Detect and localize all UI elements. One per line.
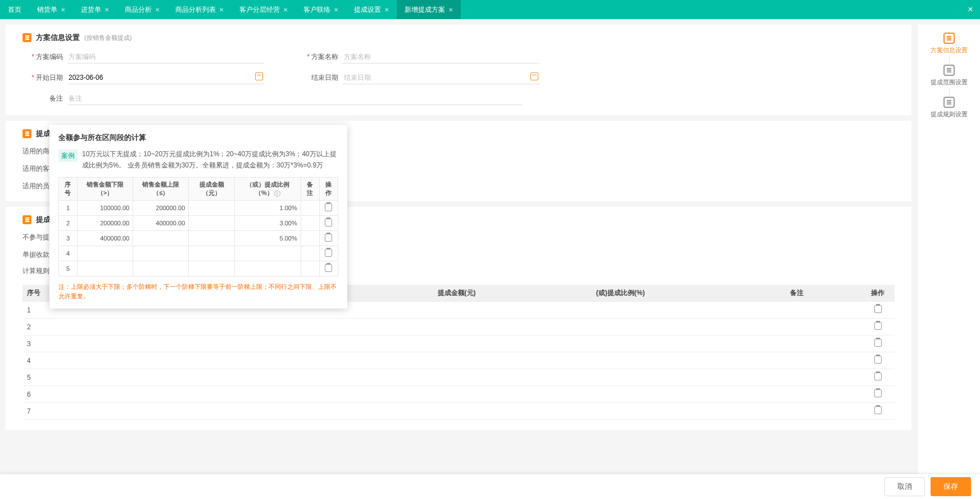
cell-input[interactable] — [592, 319, 786, 335]
cell-input[interactable] — [45, 352, 239, 369]
start-date-input[interactable] — [67, 71, 264, 84]
tab-close-icon[interactable]: ✕ — [283, 7, 288, 13]
tab-进货单[interactable]: 进货单✕ — [73, 0, 117, 19]
trash-icon[interactable] — [874, 406, 882, 414]
close-all-tabs-button[interactable]: × — [961, 0, 980, 19]
example-table: 序号销售金额下限（>）销售金额上限（≤）提成金额（元）（或）提成比例（%）i备注… — [58, 177, 338, 276]
cell-input[interactable] — [45, 335, 239, 352]
cell-input[interactable] — [592, 352, 786, 369]
cell-input[interactable] — [239, 319, 433, 335]
trash-icon[interactable] — [325, 249, 332, 257]
cell-input[interactable] — [592, 386, 786, 403]
memo-input[interactable] — [67, 92, 523, 105]
label-start-date: 开始日期 — [22, 73, 67, 83]
table-row[interactable]: 7 — [22, 403, 895, 420]
cell-input[interactable] — [239, 369, 433, 386]
anchor-item[interactable]: 提成范围设置 — [931, 65, 968, 87]
cell-input[interactable] — [433, 352, 592, 369]
trash-icon[interactable] — [874, 389, 882, 397]
cell-input[interactable] — [786, 302, 861, 319]
table-row[interactable]: 5 — [22, 369, 895, 386]
cell-input[interactable] — [45, 319, 239, 335]
table-row[interactable]: 2 — [22, 319, 895, 335]
trash-icon[interactable] — [325, 203, 332, 211]
tooltip-note: 注：上限必须大于下限；多个阶梯时，下一个阶梯下限要等于前一阶梯上限；不同行之间下… — [58, 282, 338, 302]
label-plan-code: 方案编码 — [22, 52, 67, 62]
tab-label: 商品分析列表 — [175, 5, 216, 15]
trash-icon[interactable] — [325, 219, 332, 226]
tip-cell: 100000.00 — [77, 200, 133, 215]
cell-input[interactable] — [592, 335, 786, 352]
tip-cell — [189, 230, 235, 246]
plan-name-input[interactable] — [343, 51, 539, 63]
trash-icon[interactable] — [874, 339, 882, 347]
tooltip-title: 全额参与所在区间段的计算 — [58, 133, 338, 143]
tip-cell: 5.00% — [234, 230, 301, 246]
cell-input[interactable] — [239, 352, 433, 369]
tip-th: 销售金额上限（≤） — [133, 177, 189, 200]
tab-close-icon[interactable]: ✕ — [61, 7, 65, 13]
cell-input[interactable] — [45, 386, 239, 403]
tip-cell: 400000.00 — [77, 230, 133, 246]
cell-input[interactable] — [239, 335, 433, 352]
cell-input[interactable] — [45, 369, 239, 386]
trash-icon[interactable] — [325, 234, 332, 242]
tab-新增提成方案[interactable]: 新增提成方案✕ — [397, 0, 461, 19]
table-row[interactable]: 3 — [22, 335, 895, 352]
cell-input[interactable] — [433, 369, 592, 386]
trash-icon[interactable] — [874, 373, 882, 380]
cell-input[interactable] — [433, 386, 592, 403]
cell-seq: 6 — [22, 386, 45, 403]
tab-close-icon[interactable]: ✕ — [219, 7, 224, 13]
trash-icon[interactable] — [874, 322, 882, 330]
cell-input[interactable] — [433, 335, 592, 352]
anchor-item[interactable]: 提成规则设置 — [931, 97, 968, 119]
cell-input[interactable] — [786, 335, 861, 352]
tip-cell: 200000.00 — [133, 200, 189, 215]
tab-close-icon[interactable]: ✕ — [448, 7, 453, 13]
cell-input[interactable] — [433, 319, 592, 335]
tab-close-icon[interactable]: ✕ — [384, 7, 389, 13]
table-row[interactable]: 4 — [22, 352, 895, 369]
end-date-input[interactable] — [343, 71, 539, 84]
tab-close-icon[interactable]: ✕ — [155, 7, 160, 13]
tab-客户联络[interactable]: 客户联络✕ — [296, 0, 346, 19]
anchor-item[interactable]: 方案信息设置 — [931, 33, 968, 55]
tab-商品分析[interactable]: 商品分析✕ — [117, 0, 167, 19]
tip-th: （或）提成比例（%）i — [234, 177, 301, 200]
cell-input[interactable] — [433, 302, 592, 319]
tab-close-icon[interactable]: ✕ — [334, 7, 338, 13]
cell-input[interactable] — [786, 403, 861, 420]
tip-cell: 5 — [59, 261, 78, 276]
table-row[interactable]: 6 — [22, 386, 895, 403]
tab-label: 客户分层经营 — [239, 5, 280, 15]
cell-input[interactable] — [786, 352, 861, 369]
tooltip-desc: 10万元以下无提成；10~20万元提成比例为1%；20~40万提成比例为3%；4… — [82, 148, 338, 171]
plan-code-input[interactable] — [67, 51, 264, 63]
tip-cell — [234, 261, 301, 276]
cell-input[interactable] — [45, 403, 239, 420]
cell-input[interactable] — [592, 403, 786, 420]
cell-op — [861, 352, 895, 369]
tab-销货单[interactable]: 销货单✕ — [29, 0, 73, 19]
tab-close-icon[interactable]: ✕ — [105, 7, 109, 13]
tip-cell: 4 — [59, 246, 78, 261]
trash-icon[interactable] — [325, 264, 332, 272]
cell-input[interactable] — [239, 386, 433, 403]
trash-icon[interactable] — [874, 305, 882, 313]
tab-提成设置[interactable]: 提成设置✕ — [346, 0, 397, 19]
tab-首页[interactable]: 首页 — [0, 0, 29, 19]
cell-input[interactable] — [592, 302, 786, 319]
card-icon — [22, 129, 31, 138]
cell-input[interactable] — [433, 403, 592, 420]
tip-cell: 2 — [59, 215, 78, 230]
trash-icon[interactable] — [874, 356, 882, 364]
tab-客户分层经营[interactable]: 客户分层经营✕ — [232, 0, 296, 19]
cell-input[interactable] — [786, 369, 861, 386]
tab-商品分析列表[interactable]: 商品分析列表✕ — [167, 0, 232, 19]
cell-input[interactable] — [786, 386, 861, 403]
cell-input[interactable] — [239, 403, 433, 420]
cell-input[interactable] — [786, 319, 861, 335]
cell-seq: 2 — [22, 319, 45, 335]
cell-input[interactable] — [592, 369, 786, 386]
